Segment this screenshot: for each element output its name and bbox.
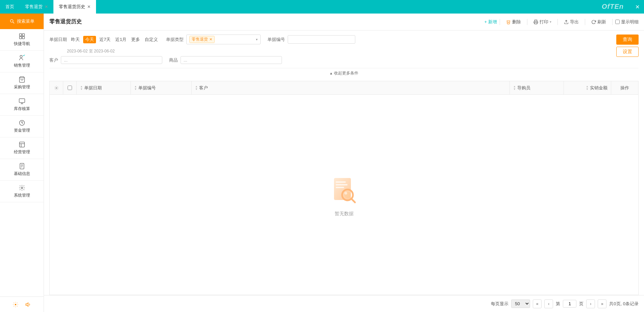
filter-goods-item: 商品 ... (169, 56, 282, 64)
tab-home[interactable]: 首页 (0, 0, 20, 14)
doc-no-label: 单据编号 (267, 37, 285, 43)
query-button[interactable]: 查询 (616, 35, 639, 45)
sort-arrows-amount[interactable]: ▲▼ (586, 85, 589, 91)
sort-arrows-date[interactable]: ▲▼ (80, 85, 83, 91)
customer-placeholder: ... (64, 58, 68, 63)
doc-type-tag-remove[interactable]: ✕ (209, 37, 212, 42)
window-close-button[interactable]: ✕ (630, 0, 644, 14)
sort-arrows-orderno[interactable]: ▲▼ (134, 85, 137, 91)
sidebar-item-finance[interactable]: 资金管理 (0, 116, 44, 137)
page-header: 零售退货历史 + 新增 删除 打印 ▾ 导出 (44, 14, 644, 30)
sidebar-search[interactable]: 搜索菜单 (0, 14, 44, 29)
settings-gear-icon[interactable] (13, 302, 19, 308)
close-icon[interactable]: ✕ (87, 4, 91, 9)
svg-point-28 (344, 192, 347, 195)
refresh-icon (591, 20, 596, 24)
th-amount: ▲▼ 实销金额 (564, 81, 611, 94)
doc-type-dropdown-arrow[interactable]: ▾ (256, 38, 258, 41)
filter-doc-type-item: 单据类型 零售退货 ✕ ▾ (166, 35, 261, 44)
svg-point-6 (20, 55, 22, 58)
settings-button[interactable]: 设置 (616, 47, 639, 57)
svg-line-27 (351, 199, 355, 202)
filter-date-item: 单据日期 昨天 今天 近7天 近1月 更多 自定义 (49, 36, 159, 43)
th-customer: ▲▼ 客户 (192, 81, 510, 94)
date-opt-yesterday[interactable]: 昨天 (70, 36, 81, 43)
date-opt-1month[interactable]: 近1月 (114, 36, 128, 43)
table-header: ▲▼ 单据日期 ▲▼ 单据编号 ▲▼ 客户 ▲▼ 导购员 ▲▼ 实销金额 (49, 81, 639, 94)
goods-label: 商品 (169, 57, 178, 63)
customer-label: 客户 (49, 57, 58, 63)
first-page-button[interactable]: « (533, 299, 542, 308)
filter-doc-no-item: 单据编号 (267, 35, 355, 44)
divider (500, 19, 500, 25)
search-icon (9, 19, 15, 24)
page-label-pre: 第 (556, 301, 560, 307)
new-button[interactable]: + 新增 (484, 19, 497, 25)
select-all-checkbox[interactable] (68, 86, 72, 90)
sidebar-item-operations[interactable]: 经营管理 (0, 137, 44, 159)
basic-info-icon (19, 163, 25, 170)
tab-retail-return-history[interactable]: 零售退货历史 ✕ (53, 0, 96, 14)
customer-input[interactable]: ... (61, 56, 162, 64)
refresh-button[interactable]: 刷新 (588, 17, 610, 27)
svg-rect-24 (336, 187, 344, 188)
sort-arrows-guide[interactable]: ▲▼ (513, 85, 516, 91)
table-settings-icon[interactable] (54, 86, 59, 90)
th-checkbox[interactable] (63, 81, 77, 94)
svg-rect-10 (19, 142, 24, 147)
th-action: 操作 (611, 81, 638, 94)
sidebar-item-inventory[interactable]: 库存核算 (0, 94, 44, 116)
svg-rect-22 (336, 181, 346, 183)
sidebar-item-system[interactable]: 系统管理 (0, 181, 44, 202)
tab-retail-return[interactable]: 零售退货 ✕ (20, 0, 53, 14)
doc-type-input[interactable]: 零售退货 ✕ ▾ (186, 35, 261, 44)
date-opt-7days[interactable]: 近7天 (98, 36, 112, 43)
display-toggle[interactable]: 显示明细 (615, 19, 639, 25)
close-icon[interactable]: ✕ (45, 4, 48, 9)
sidebar-item-purchase-mgmt[interactable]: 采购管理 (0, 72, 44, 94)
sort-arrows-customer[interactable]: ▲▼ (195, 85, 198, 91)
date-options: 昨天 今天 近7天 近1月 更多 自定义 (70, 36, 159, 43)
print-dropdown-icon[interactable]: ▾ (550, 20, 551, 24)
tab-bar: 首页 零售退货 ✕ 零售退货历史 ✕ (0, 0, 630, 14)
svg-rect-8 (19, 99, 25, 103)
last-page-button[interactable]: » (598, 299, 606, 308)
goods-input[interactable]: ... (181, 56, 282, 64)
th-order-no: ▲▼ 单据编号 (131, 81, 192, 94)
doc-no-input[interactable] (288, 35, 355, 44)
volume-icon[interactable] (25, 302, 31, 308)
th-settings[interactable] (50, 81, 63, 94)
th-date: ▲▼ 单据日期 (77, 81, 131, 94)
filter-section: 单据日期 昨天 今天 近7天 近1月 更多 自定义 单据类型 (44, 30, 644, 78)
page-title: 零售退货历史 (49, 18, 82, 25)
svg-rect-4 (19, 37, 22, 39)
date-opt-custom[interactable]: 自定义 (143, 36, 159, 43)
inventory-icon (19, 98, 25, 105)
current-page-input[interactable] (563, 300, 576, 308)
empty-state: 暂无数据 (49, 94, 639, 295)
print-button[interactable]: 打印 ▾ (530, 17, 555, 27)
sidebar-item-quick-nav[interactable]: 快捷导航 (0, 29, 44, 51)
next-page-button[interactable]: › (586, 299, 595, 308)
collapse-bar[interactable]: ▲ 收起更多条件 (49, 68, 639, 78)
export-button[interactable]: 导出 (560, 17, 582, 27)
sidebar-item-sales-mgmt[interactable]: 销售管理 (0, 51, 44, 72)
svg-point-20 (56, 87, 57, 89)
svg-rect-23 (336, 184, 348, 185)
date-opt-more[interactable]: 更多 (130, 36, 141, 43)
export-icon (564, 20, 569, 24)
pagination: 每页显示 50 10 20 100 « ‹ 第 页 › » 共0页, 0条记录 (44, 295, 644, 312)
finance-icon (19, 119, 25, 126)
date-opt-today[interactable]: 今天 (83, 36, 96, 43)
per-page-select[interactable]: 50 10 20 100 (511, 299, 530, 308)
prev-page-button[interactable]: ‹ (544, 299, 553, 308)
display-toggle-checkbox[interactable] (615, 20, 620, 24)
svg-line-1 (13, 22, 14, 23)
filter-row-1: 单据日期 昨天 今天 近7天 近1月 更多 自定义 单据类型 (49, 35, 608, 44)
date-range-text: 2023-06-02 至 2023-06-02 (67, 49, 115, 53)
sidebar-item-basic-info[interactable]: 基础信息 (0, 159, 44, 181)
table-section: ▲▼ 单据日期 ▲▼ 单据编号 ▲▼ 客户 ▲▼ 导购员 ▲▼ 实销金额 (44, 78, 644, 295)
delete-button[interactable]: 删除 (503, 17, 524, 27)
empty-text: 暂无数据 (335, 211, 354, 217)
sales-icon (19, 54, 25, 61)
